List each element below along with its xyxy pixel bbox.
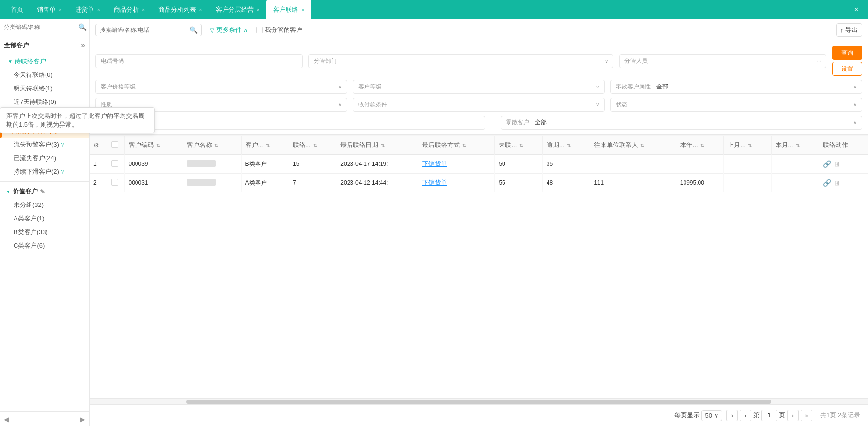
toolbar: 🔍 ▽ 更多条件 ∧ 我分管的客户 ↑ 导出: [90, 19, 868, 41]
search-icon[interactable]: 🔍: [189, 26, 198, 34]
select-all-checkbox[interactable]: [111, 141, 118, 148]
search-input[interactable]: [100, 27, 187, 33]
th-settings[interactable]: ⚙: [90, 136, 107, 155]
filter-retail-attr[interactable]: 零散客户属性 全部 ∨: [610, 80, 862, 94]
value-group-edit-icon[interactable]: ✎: [40, 188, 45, 195]
action-link-icon-1[interactable]: 🔗: [823, 179, 831, 187]
action-grid-icon-0[interactable]: ⊞: [834, 160, 840, 168]
nav-sales[interactable]: 销售单 ×: [30, 0, 68, 19]
page-input-wrap: 第 页: [753, 410, 785, 421]
sidebar-item-class-b[interactable]: B类客户(33): [0, 225, 89, 239]
cell-checkbox-0[interactable]: [107, 155, 124, 174]
page-number-input[interactable]: [761, 410, 777, 421]
th-last-month[interactable]: 上月... ⇅: [724, 136, 771, 155]
filter-phone[interactable]: 电话号码: [95, 54, 303, 68]
th-name[interactable]: 客户名称 ⇅: [183, 136, 242, 155]
page-size-dropdown[interactable]: 50 ∨: [701, 410, 722, 421]
sidebar-item-lost-risk[interactable]: 流失预警客户(3) ?: [0, 138, 89, 151]
nav-goods-analysis-close-icon[interactable]: ×: [142, 7, 145, 13]
action-grid-icon-1[interactable]: ⊞: [834, 179, 840, 187]
prev-page-btn[interactable]: ‹: [740, 410, 751, 421]
filter-more-btn[interactable]: ▽ 更多条件 ∧: [206, 24, 252, 36]
sidebar-pending-group-title[interactable]: ▼ 待联络客户: [0, 55, 89, 68]
cell-code-1: 000031: [124, 174, 183, 192]
cell-lcw-1[interactable]: 下销货单: [418, 174, 495, 192]
export-button[interactable]: ↑ 导出: [836, 23, 863, 37]
tooltip-box: 距客户上次交易时长，超过了此客户的平均交易周期的1.5倍，则视为异常。: [0, 107, 155, 133]
nav-customer-stratified[interactable]: 客户分层经营 ×: [209, 0, 266, 19]
tm-sort-icon: ⇅: [796, 143, 800, 148]
nav-customer-contact-close-icon[interactable]: ×: [301, 7, 304, 13]
sidebar-item-week[interactable]: 近7天待联络(0): [0, 95, 89, 109]
last-page-btn[interactable]: »: [801, 410, 812, 421]
sidebar-all-customers[interactable]: 全部客户 »: [0, 38, 89, 53]
filter-price-level[interactable]: 客户价格等级 ∨: [95, 80, 347, 94]
filter-customer-type[interactable]: 客户类型: [123, 116, 485, 130]
cell-lcw-0[interactable]: 下销货单: [418, 155, 495, 174]
window-close-button[interactable]: ×: [849, 2, 864, 17]
settings-icon[interactable]: ⚙: [93, 142, 99, 149]
th-last-contact-way[interactable]: 最后联络方式 ⇅: [418, 136, 495, 155]
th-this-year[interactable]: 本年... ⇅: [676, 136, 723, 155]
filter-manager[interactable]: 分管人员 ···: [619, 54, 826, 68]
sidebar-item-class-a[interactable]: A类客户(1): [0, 212, 89, 225]
settings-button[interactable]: 设置: [832, 62, 862, 76]
sidebar-collapse-icon[interactable]: »: [81, 41, 85, 50]
nav-goods-list-close-icon[interactable]: ×: [199, 7, 202, 13]
nav-goods-list[interactable]: 商品分析列表 ×: [152, 0, 209, 19]
sidebar-value-group-title[interactable]: ▼ 价值客户 ✎: [0, 185, 89, 198]
filter-payment[interactable]: 收付款条件 ∨: [353, 98, 605, 112]
nav-purchase-close-icon[interactable]: ×: [97, 7, 100, 13]
sidebar-bottom-left-icon[interactable]: ◀: [4, 415, 9, 423]
th-code[interactable]: 客户编码 ⇅: [124, 136, 183, 155]
total-info: 共1页 2条记录: [820, 411, 860, 420]
cell-checkbox-1[interactable]: [107, 174, 124, 192]
sidebar-item-lost[interactable]: 已流失客户(24): [0, 151, 89, 165]
row-checkbox-1[interactable]: [111, 179, 118, 186]
nav-home[interactable]: 首页: [4, 0, 30, 19]
row-action-1: 🔗 ⊞: [823, 179, 864, 187]
th-type[interactable]: 客户... ⇅: [241, 136, 289, 155]
th-not-contacted[interactable]: 未联... ⇅: [495, 136, 542, 155]
nav-sales-close-icon[interactable]: ×: [59, 7, 61, 13]
sidebar-item-ungrouped[interactable]: 未分组(32): [0, 198, 89, 212]
nav-goods-analysis[interactable]: 商品分析 ×: [107, 0, 152, 19]
sidebar-item-tomorrow[interactable]: 明天待联络(1): [0, 82, 89, 95]
th-checkbox[interactable]: [107, 136, 124, 155]
action-link-icon-0[interactable]: 🔗: [823, 160, 831, 168]
sidebar-item-declining[interactable]: 持续下滑客户(2) ?: [0, 165, 89, 178]
filter-status[interactable]: 状态 ∨: [610, 98, 862, 112]
nav-customer-stratified-close-icon[interactable]: ×: [257, 7, 259, 13]
cell-ty-0: [676, 155, 723, 174]
th-overdue[interactable]: 逾期... ⇅: [542, 136, 590, 155]
nav-purchase[interactable]: 进货单 ×: [68, 0, 107, 19]
th-last-contact-date[interactable]: 最后联络日期 ⇅: [336, 136, 418, 155]
th-company-contact[interactable]: 往来单位联系人 ⇅: [590, 136, 676, 155]
cell-overdue-0: 35: [542, 155, 590, 174]
sidebar-item-today[interactable]: 今天待联络(0): [0, 68, 89, 82]
declining-help-icon[interactable]: ?: [61, 169, 64, 175]
manager-dots[interactable]: ···: [817, 58, 821, 64]
lost-risk-help-icon[interactable]: ?: [61, 142, 64, 147]
hscroll-thumb[interactable]: [186, 400, 771, 404]
sidebar-bottom-right-icon[interactable]: ▶: [80, 415, 85, 423]
sidebar-search-icon[interactable]: 🔍: [78, 23, 87, 31]
row-checkbox-0[interactable]: [111, 160, 118, 167]
th-contact[interactable]: 联络... ⇅: [289, 136, 336, 155]
my-customer-checkbox-wrap[interactable]: 我分管的客户: [256, 26, 303, 34]
filter-customer-level[interactable]: 客户等级 ∨: [353, 80, 605, 94]
next-page-btn[interactable]: ›: [787, 410, 799, 421]
filter-retail-customer[interactable]: 零散客户 全部 ∨: [501, 116, 862, 130]
sidebar-item-class-c[interactable]: C类客户(6): [0, 239, 89, 252]
customer-table: ⚙ 客户编码 ⇅ 客户名称 ⇅: [90, 136, 868, 192]
query-button[interactable]: 查询: [832, 46, 862, 60]
first-page-btn[interactable]: «: [726, 410, 738, 421]
cell-index-1: 2: [90, 174, 107, 192]
sidebar-search-input[interactable]: [4, 24, 76, 30]
my-customer-checkbox[interactable]: [256, 27, 263, 33]
th-this-month[interactable]: 本月... ⇅: [771, 136, 819, 155]
horizontal-scrollbar[interactable]: [90, 398, 868, 404]
filter-branch[interactable]: 分管部门 ∨: [308, 54, 614, 68]
footer-bar: 每页显示 50 ∨ « ‹ 第 页 ›: [90, 404, 868, 426]
nav-customer-contact[interactable]: 客户联络 ×: [266, 0, 311, 19]
